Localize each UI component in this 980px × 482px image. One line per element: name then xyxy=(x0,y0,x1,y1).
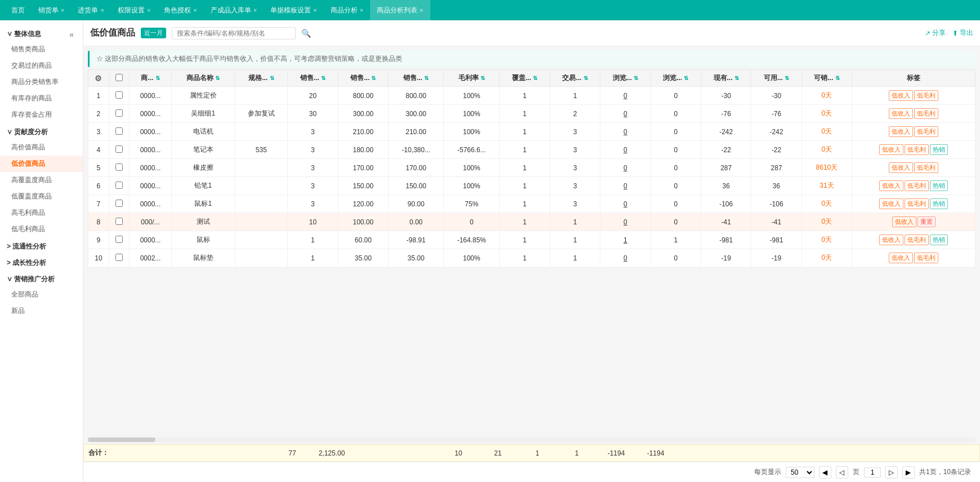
browse-link[interactable]: 0 xyxy=(623,164,627,172)
share-button[interactable]: ↗ 分享 xyxy=(925,28,946,38)
sidebar-item-traded-goods[interactable]: 交易过的商品 xyxy=(0,58,83,74)
cell-browse1[interactable]: 0 xyxy=(600,195,651,213)
col-salable-days[interactable]: 可销... ⇅ xyxy=(801,70,852,87)
cell-checkbox[interactable] xyxy=(109,231,129,249)
nav-sales-order[interactable]: 销货单 × xyxy=(32,0,71,20)
page-size-select[interactable]: 50 100 200 xyxy=(786,467,814,478)
row-checkbox[interactable] xyxy=(115,163,123,171)
sidebar-section-contribution[interactable]: ∨ 贡献度分析 xyxy=(0,123,83,139)
sidebar-item-stock-goods[interactable]: 有库存的商品 xyxy=(0,90,83,107)
sidebar-section-overall[interactable]: ∨ 整体信息 « xyxy=(0,25,83,41)
col-browse2[interactable]: 浏览... ⇅ xyxy=(651,70,701,87)
browse-link[interactable]: 0 xyxy=(623,128,627,136)
sidebar-item-high-value[interactable]: 高价值商品 xyxy=(0,139,83,156)
page-number-input[interactable] xyxy=(864,467,881,477)
horizontal-scrollbar[interactable] xyxy=(88,437,975,442)
col-available-stock[interactable]: 可用... ⇅ xyxy=(751,70,801,87)
select-all-checkbox[interactable] xyxy=(115,74,123,81)
cell-checkbox[interactable] xyxy=(109,177,129,195)
sidebar-item-new-goods[interactable]: 新品 xyxy=(0,303,83,319)
sidebar-section-marketing[interactable]: ∨ 营销推广分析 xyxy=(0,270,83,286)
sidebar-item-high-margin[interactable]: 高毛利商品 xyxy=(0,205,83,221)
browse-link[interactable]: 0 xyxy=(623,182,627,190)
sidebar-section-growth[interactable]: > 成长性分析 xyxy=(0,254,83,270)
nav-home[interactable]: 首页 xyxy=(5,0,32,20)
col-coverage[interactable]: 覆盖... ⇅ xyxy=(500,70,550,87)
sidebar-section-circulation[interactable]: > 流通性分析 xyxy=(0,237,83,254)
sidebar-item-high-coverage[interactable]: 高覆盖度商品 xyxy=(0,172,83,188)
browse-link[interactable]: 0 xyxy=(623,92,627,100)
cell-checkbox[interactable] xyxy=(109,249,129,267)
nav-close-icon[interactable]: × xyxy=(147,7,150,14)
sidebar-item-low-value[interactable]: 低价值商品 xyxy=(0,156,83,172)
settings-icon[interactable]: ⚙ xyxy=(95,74,102,83)
col-sale-amount[interactable]: 销售... ⇅ xyxy=(338,70,388,87)
time-badge[interactable]: 近一月 xyxy=(141,28,166,38)
cell-checkbox[interactable] xyxy=(109,123,129,141)
cell-browse1[interactable]: 0 xyxy=(600,123,651,141)
nav-close-icon[interactable]: × xyxy=(100,7,104,14)
sidebar-item-category-sales-rate[interactable]: 商品分类销售率 xyxy=(0,74,83,90)
last-page-button[interactable]: ▶ xyxy=(902,466,915,479)
cell-browse1[interactable]: 0 xyxy=(600,105,651,123)
cell-browse1[interactable]: 0 xyxy=(600,249,651,267)
col-checkbox[interactable] xyxy=(109,70,129,87)
col-current-stock[interactable]: 现有... ⇅ xyxy=(701,70,751,87)
row-checkbox[interactable] xyxy=(115,254,123,261)
cell-browse1[interactable]: 0 xyxy=(600,159,651,177)
product-table-container[interactable]: ⚙ 商... ⇅ 商品名称 ⇅ 规格... ⇅ 销售... ⇅ 销售... ⇅ … xyxy=(88,69,975,437)
search-input[interactable] xyxy=(172,27,296,39)
col-name[interactable]: 商品名称 ⇅ xyxy=(172,70,235,87)
cell-browse1[interactable]: 0 xyxy=(600,213,651,231)
row-checkbox[interactable] xyxy=(115,127,123,135)
browse-link[interactable]: 0 xyxy=(623,254,627,262)
nav-template-setting[interactable]: 单据模板设置 × xyxy=(264,0,323,20)
browse-link[interactable]: 0 xyxy=(623,200,627,208)
nav-product-analysis[interactable]: 商品分析 × xyxy=(324,0,370,20)
collapse-icon[interactable]: « xyxy=(69,30,74,39)
col-code[interactable]: 商... ⇅ xyxy=(129,70,171,87)
cell-browse1[interactable]: 0 xyxy=(600,141,651,159)
cell-checkbox[interactable] xyxy=(109,213,129,231)
search-icon[interactable]: 🔍 xyxy=(301,29,311,38)
row-checkbox[interactable] xyxy=(115,182,123,189)
nav-close-icon[interactable]: × xyxy=(61,7,64,14)
row-checkbox[interactable] xyxy=(115,109,123,117)
sidebar-item-low-coverage[interactable]: 低覆盖度商品 xyxy=(0,188,83,205)
cell-checkbox[interactable] xyxy=(109,159,129,177)
col-tags[interactable]: 标签 xyxy=(852,70,975,87)
col-gross-rate[interactable]: 毛利率 ⇅ xyxy=(444,70,500,87)
browse-link[interactable]: 0 xyxy=(623,146,627,154)
nav-purchase-order[interactable]: 进货单 × xyxy=(71,0,110,20)
cell-checkbox[interactable] xyxy=(109,105,129,123)
first-page-button[interactable]: ◀ xyxy=(819,466,831,479)
browse-link[interactable]: 1 xyxy=(623,236,627,244)
sidebar-item-low-margin[interactable]: 低毛利商品 xyxy=(0,221,83,237)
cell-browse1[interactable]: 0 xyxy=(600,87,651,105)
nav-permission-setting[interactable]: 权限设置 × xyxy=(111,0,157,20)
browse-link[interactable]: 0 xyxy=(623,218,627,226)
col-sale-qty[interactable]: 销售... ⇅ xyxy=(288,70,338,87)
row-checkbox[interactable] xyxy=(115,145,123,153)
nav-close-icon[interactable]: × xyxy=(193,7,197,14)
col-settings[interactable]: ⚙ xyxy=(88,70,109,87)
sidebar-item-all-goods[interactable]: 全部商品 xyxy=(0,286,83,303)
cell-checkbox[interactable] xyxy=(109,141,129,159)
row-checkbox[interactable] xyxy=(115,236,123,243)
cell-checkbox[interactable] xyxy=(109,195,129,213)
col-spec[interactable]: 规格... ⇅ xyxy=(235,70,288,87)
scrollbar-thumb[interactable] xyxy=(88,437,155,442)
row-checkbox[interactable] xyxy=(115,218,123,225)
export-button[interactable]: ⬆ 导出 xyxy=(952,28,973,38)
col-browse1[interactable]: 浏览... ⇅ xyxy=(600,70,651,87)
next-page-button[interactable]: ▷ xyxy=(885,466,898,479)
nav-close-icon[interactable]: × xyxy=(313,7,317,14)
row-checkbox[interactable] xyxy=(115,200,123,207)
sidebar-item-sales-goods[interactable]: 销售类商品 xyxy=(0,41,83,58)
sidebar-item-stock-capital[interactable]: 库存资金占用 xyxy=(0,107,83,123)
nav-role-auth[interactable]: 角色授权 × xyxy=(157,0,203,20)
nav-close-icon[interactable]: × xyxy=(253,7,257,14)
browse-link[interactable]: 0 xyxy=(623,110,627,118)
prev-page-button[interactable]: ◁ xyxy=(836,466,848,479)
cell-checkbox[interactable] xyxy=(109,87,129,105)
